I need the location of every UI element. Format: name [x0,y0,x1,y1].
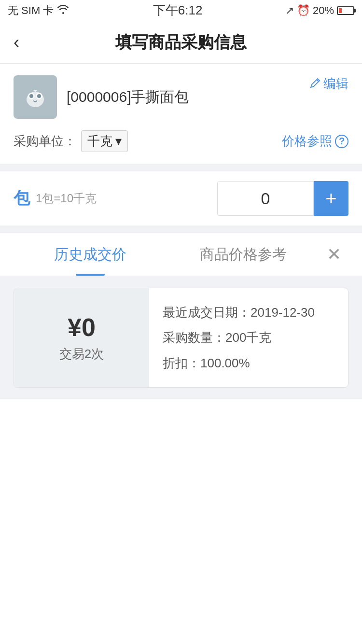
history-price-panel: ¥0 交易2次 [14,288,149,387]
wifi-icon [56,4,70,17]
history-discount: 折扣：100.00% [163,354,334,372]
product-card: [0000006]手撕面包 编辑 采购单位： 千克 ▾ 价格参照 ? [0,64,362,164]
unit-desc: 1包=10千克 [36,191,97,206]
dropdown-arrow-icon: ▾ [115,134,122,149]
alarm-icon: ⏰ [297,4,310,17]
tab-active-underline [76,274,105,276]
product-header: [0000006]手撕面包 编辑 [14,75,348,119]
main-content-area [0,399,362,644]
price-ref-hint-icon: ? [335,135,348,148]
history-trade-count: 交易2次 [59,346,104,363]
tab-price-ref[interactable]: 商品价格参考 [167,233,320,276]
edit-button[interactable]: 编辑 [309,75,348,92]
product-unit-row: 采购单位： 千克 ▾ 价格参照 ? [14,130,348,152]
battery-icon [337,6,354,15]
quantity-left: 包 1包=10千克 [14,187,97,210]
battery-pct-label: 20% [313,4,334,17]
history-last-date: 最近成交日期：2019-12-30 [163,304,334,321]
product-name: [0000006]手撕面包 [67,87,189,107]
quantity-right: 0 + [217,181,348,216]
nav-bar: ‹ 填写商品采购信息 [0,21,362,64]
unit-label: 采购单位： [14,133,76,150]
status-time: 下午6:12 [153,2,203,19]
carrier-label: 无 SIM 卡 [8,3,54,18]
tabs-bar: 历史成交价 商品价格参考 ✕ [0,233,362,276]
section-separator [0,225,362,233]
unit-select[interactable]: 千克 ▾ [81,130,128,152]
location-icon: ↗ [285,4,294,17]
tab-history-price[interactable]: 历史成交价 [14,233,167,276]
product-thumbnail [14,75,57,119]
history-detail-panel: 最近成交日期：2019-12-30 采购数量：200千克 折扣：100.00% [149,288,348,387]
svg-point-4 [37,94,41,98]
price-ref-label: 价格参照 [282,133,332,150]
tab-history-label: 历史成交价 [54,245,126,265]
quantity-plus-button[interactable]: + [314,181,348,216]
history-price-value: ¥0 [68,313,96,342]
price-ref-button[interactable]: 价格参照 ? [282,133,348,150]
status-right: ↗ ⏰ 20% [285,4,354,17]
back-button[interactable]: ‹ [14,32,19,53]
page-title: 填写商品采购信息 [115,31,247,54]
unit-badge: 包 [14,187,30,210]
edit-label: 编辑 [323,75,348,92]
history-card: ¥0 交易2次 最近成交日期：2019-12-30 采购数量：200千克 折扣：… [14,288,348,388]
status-bar: 无 SIM 卡 下午6:12 ↗ ⏰ 20% [0,0,362,21]
tabs-close-button[interactable]: ✕ [320,233,348,276]
history-purchase-qty: 采购数量：200千克 [163,329,334,346]
status-left: 无 SIM 卡 [8,3,70,18]
svg-point-3 [29,94,33,98]
tab-price-ref-label: 商品价格参考 [200,245,287,265]
product-left: [0000006]手撕面包 [14,75,189,119]
quantity-input[interactable]: 0 [217,181,314,216]
quantity-section: 包 1包=10千克 0 + [0,171,362,225]
unit-value: 千克 [87,133,112,150]
